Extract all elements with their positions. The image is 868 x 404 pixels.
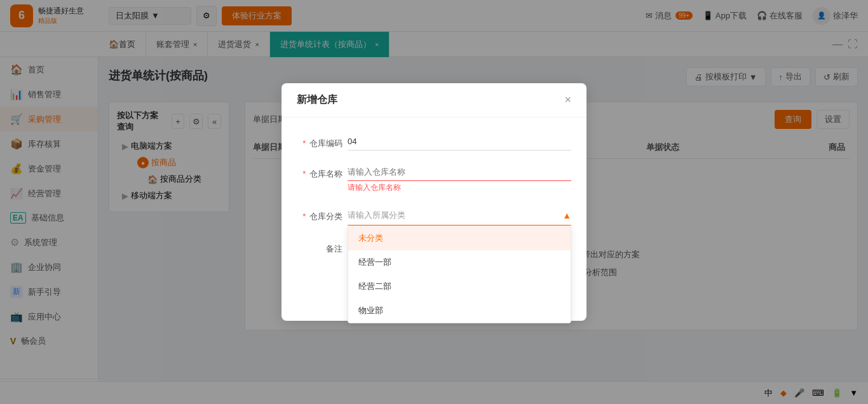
note-label: 备注 [297,238,348,255]
modal-body: * 仓库编码 * 仓库名称 请输入仓库名称 [281,118,587,284]
dropdown-item-none[interactable]: 未分类 [348,226,571,250]
modal-header: 新增仓库 × [281,83,587,118]
dropdown-item-op2[interactable]: 经营二部 [348,274,571,299]
category-field-wrap: 请输入所属分类 ▲ 未分类 经营一部 经营二部 物业部 [348,206,571,226]
category-chevron-up-icon: ▲ [562,210,571,220]
form-row-name: * 仓库名称 请输入仓库名称 [297,163,571,193]
modal-title: 新增仓库 [297,93,337,107]
name-field-wrap: 请输入仓库名称 [348,163,571,193]
form-row-code: * 仓库编码 [297,133,571,151]
name-label: * 仓库名称 [297,163,348,180]
modal-close-button[interactable]: × [564,93,571,107]
overlay: 新增仓库 × * 仓库编码 * 仓库名称 [0,0,868,404]
name-input[interactable] [348,163,571,181]
code-field-wrap [348,133,571,151]
modal: 新增仓库 × * 仓库编码 * 仓库名称 [281,83,587,321]
category-dropdown: 未分类 经营一部 经营二部 物业部 [348,226,571,323]
name-error-message: 请输入仓库名称 [348,182,571,193]
dropdown-item-op3[interactable]: 物业部 [348,299,571,323]
code-label: * 仓库编码 [297,133,348,149]
category-select[interactable]: 请输入所属分类 ▲ [348,206,571,226]
code-input[interactable] [348,133,571,151]
category-placeholder: 请输入所属分类 [348,210,405,221]
form-row-category: * 仓库分类 请输入所属分类 ▲ 未分类 经营一部 经营二部 物业部 [297,206,571,226]
dropdown-item-op1[interactable]: 经营一部 [348,250,571,274]
category-label: * 仓库分类 [297,206,348,222]
